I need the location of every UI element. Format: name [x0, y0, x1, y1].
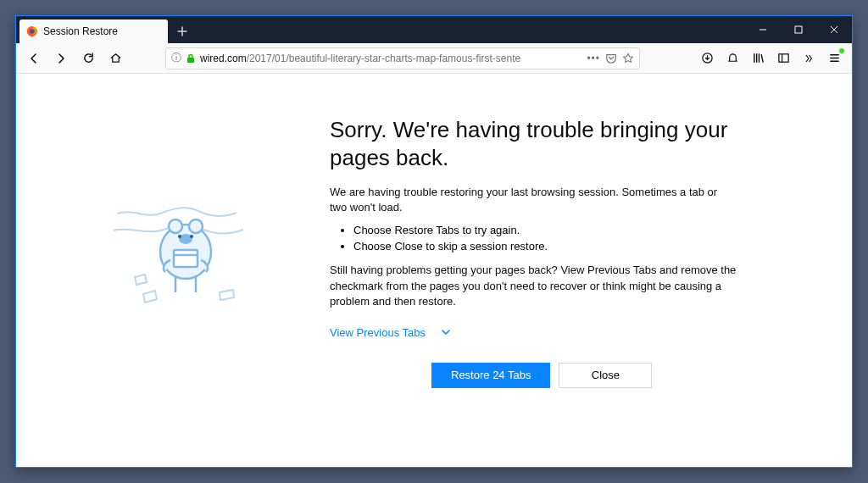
chevron-down-icon [441, 327, 451, 337]
svg-point-7 [169, 219, 182, 233]
library-icon[interactable] [747, 47, 769, 69]
text-column: Sorry. We're having trouble bringing you… [330, 116, 737, 441]
close-window-button[interactable] [816, 16, 852, 43]
svg-rect-5 [778, 54, 787, 62]
intro-paragraph: We are having trouble restoring your las… [330, 185, 737, 215]
svg-point-10 [178, 235, 181, 238]
downloads-icon[interactable] [696, 47, 718, 69]
lock-icon [186, 53, 195, 64]
svg-point-1 [30, 29, 35, 34]
restore-button[interactable]: Restore 24 Tabs [431, 363, 550, 388]
titlebar: Session Restore [16, 16, 852, 43]
new-tab-button[interactable] [170, 19, 195, 43]
url-bar[interactable]: ⓘ wired.com/2017/01/beautiful-literary-s… [165, 47, 640, 69]
maximize-button[interactable] [781, 16, 816, 43]
svg-rect-3 [187, 58, 194, 63]
options-list: Choose Restore Tabs to try again. Choose… [353, 224, 737, 253]
toolbar-right [696, 47, 845, 69]
forward-button[interactable] [50, 47, 72, 69]
star-icon[interactable] [622, 53, 634, 64]
view-previous-tabs-link[interactable]: View Previous Tabs [330, 326, 737, 339]
firefox-favicon [26, 25, 38, 37]
notifications-icon[interactable] [721, 47, 743, 69]
svg-rect-2 [795, 26, 802, 33]
page-content: Sorry. We're having trouble bringing you… [16, 74, 852, 467]
info-icon[interactable]: ⓘ [171, 51, 181, 65]
svg-rect-12 [174, 250, 198, 267]
svg-point-11 [190, 235, 193, 238]
view-previous-label: View Previous Tabs [330, 326, 426, 339]
home-button[interactable] [104, 47, 126, 69]
sidebar-icon[interactable] [772, 47, 794, 69]
browser-tab[interactable]: Session Restore [19, 19, 168, 43]
browser-window: Session Restore ⓘ wired.com/2017/01/beau… [15, 15, 853, 468]
button-row: Restore 24 Tabs Close [431, 363, 737, 388]
tab-title: Session Restore [43, 25, 118, 37]
error-illustration [75, 116, 296, 441]
option-restore: Choose Restore Tabs to try again. [353, 224, 737, 236]
overflow-icon[interactable] [798, 47, 820, 69]
close-button[interactable]: Close [559, 363, 652, 388]
svg-point-8 [189, 219, 203, 233]
window-controls [745, 16, 852, 43]
help-paragraph: Still having problems getting your pages… [330, 263, 737, 309]
reload-button[interactable] [77, 47, 99, 69]
page-title: Sorry. We're having trouble bringing you… [330, 116, 737, 171]
pocket-icon[interactable] [605, 53, 617, 64]
option-close: Choose Close to skip a session restore. [353, 240, 737, 253]
page-action-icon[interactable]: ••• [587, 53, 600, 64]
back-button[interactable] [23, 47, 45, 69]
toolbar: ⓘ wired.com/2017/01/beautiful-literary-s… [16, 43, 852, 74]
menu-button[interactable] [823, 47, 845, 69]
minimize-button[interactable] [745, 16, 781, 43]
url-text: wired.com/2017/01/beautiful-literary-sta… [200, 53, 581, 64]
